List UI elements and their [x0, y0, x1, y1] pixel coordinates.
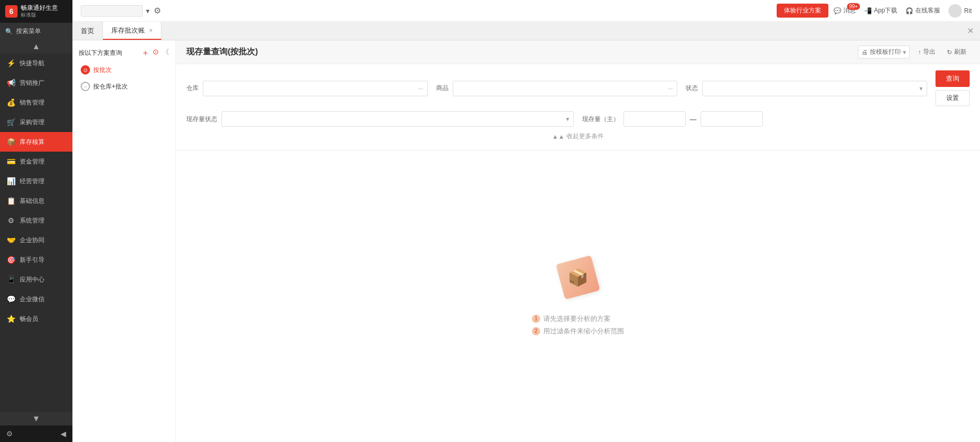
filter-settings-button[interactable]: ⊙ [153, 48, 159, 58]
inventory-qty-label: 现存量（主） [582, 115, 619, 124]
sidebar-item-wechat[interactable]: 💬 企业微信 [0, 289, 72, 309]
tip-text-1: 请先选择要分析的方案 [543, 314, 611, 323]
sidebar-item-label: 经营管理 [20, 177, 44, 186]
sidebar-item-label: 采购管理 [20, 118, 44, 127]
app-download-label: App下载 [874, 6, 897, 15]
topbar-input-area: ▾ ⚙ [81, 5, 771, 17]
sidebar-item-label: 畅会员 [20, 315, 38, 323]
status-dropdown[interactable]: ▾ [702, 81, 927, 96]
sidebar-item-finance[interactable]: 💳 资金管理 [0, 152, 72, 171]
tip-text-2: 用过滤条件来缩小分析范围 [543, 327, 624, 336]
app-download-icon: 📲 [864, 7, 872, 14]
system-icon: ⚙ [6, 216, 16, 225]
sidebar-item-marketing[interactable]: 📢 营销推广 [0, 73, 72, 93]
tip-item-2: 2 用过滤条件来缩小分析范围 [532, 327, 624, 336]
trial-button[interactable]: 体验行业方案 [777, 4, 828, 18]
settings-button[interactable]: 设置 [936, 90, 970, 106]
sidebar-nav: ⚡ 快捷导航 📢 营销推广 💰 销售管理 🛒 采购管理 📦 库存核算 💳 资金管… [0, 53, 72, 412]
filter-add-button[interactable]: ＋ [141, 48, 150, 58]
tab-inventory-label: 库存批次账 [111, 26, 145, 35]
sidebar-item-sales[interactable]: 💰 销售管理 [0, 93, 72, 112]
search-area: 仓库 ··· 商品 ··· 状态 [176, 64, 980, 151]
filter-batch-icon: ⊙ [81, 65, 90, 75]
tab-close-icon[interactable]: × [149, 27, 153, 34]
sidebar-item-operations[interactable]: 📊 经营管理 [0, 171, 72, 191]
export-icon: ↑ [918, 49, 921, 56]
close-panel-button[interactable]: ✕ [961, 26, 980, 36]
sidebar-item-member[interactable]: ⭐ 畅会员 [0, 309, 72, 329]
tip-item-1: 1 请先选择要分析的方案 [532, 314, 624, 323]
product-input[interactable]: ··· [453, 81, 678, 96]
export-button[interactable]: ↑ 导出 [915, 46, 939, 58]
warehouse-more-icon[interactable]: ··· [418, 85, 423, 92]
scroll-up-button[interactable]: ▲ [0, 40, 72, 53]
app-download-item[interactable]: 📲 App下载 [864, 6, 897, 15]
empty-box-shape [556, 255, 600, 300]
tab-home[interactable]: 首页 [72, 22, 103, 40]
topbar-search-input[interactable] [81, 5, 143, 17]
sidebar-item-newbie[interactable]: 🎯 新手引导 [0, 250, 72, 270]
user-item[interactable]: Rit [948, 4, 972, 18]
print-dropdown-icon[interactable]: ▾ [903, 49, 906, 56]
filter-actions: ＋ ⊙ 《 [141, 48, 169, 58]
basic-icon: 📋 [6, 196, 16, 205]
filter-header-label: 按以下方案查询 [79, 49, 122, 57]
inventory-status-arrow: ▾ [566, 115, 569, 123]
sidebar-item-label: 企业协同 [20, 236, 44, 245]
sidebar-item-label: 资金管理 [20, 157, 44, 166]
user-avatar [948, 4, 962, 18]
filter-item-by-batch[interactable]: ⊙ 按批次 [72, 62, 175, 78]
sidebar-item-purchase[interactable]: 🛒 采购管理 [0, 112, 72, 132]
sidebar-item-label: 企业微信 [20, 295, 44, 304]
search-menu-item[interactable]: 🔍 搜索菜单 [0, 23, 72, 40]
sidebar-item-label: 营销推广 [20, 79, 44, 87]
topbar-gear-button[interactable]: ⚙ [153, 5, 162, 17]
collapse-sidebar-icon[interactable]: ◀ [61, 430, 66, 438]
search-row-2: 现存量状态 ▾ 现存量（主） — [186, 111, 970, 127]
filter-panel-header: 按以下方案查询 ＋ ⊙ 《 [72, 45, 175, 62]
scroll-down-button[interactable]: ▼ [0, 412, 72, 425]
search-row-1: 仓库 ··· 商品 ··· 状态 [186, 70, 970, 106]
product-more-icon[interactable]: ··· [667, 85, 673, 92]
sidebar-item-label: 应用中心 [20, 275, 44, 284]
filter-warehouse-batch-label: 按仓库+批次 [93, 82, 128, 91]
company-name: 畅康通好生意 [21, 4, 58, 11]
app-logo: 6 [5, 5, 18, 18]
sidebar-item-system[interactable]: ⚙ 系统管理 [0, 211, 72, 230]
tab-inventory-batch[interactable]: 库存批次账 × [103, 22, 161, 40]
sidebar-item-quick-nav[interactable]: ⚡ 快捷导航 [0, 53, 72, 73]
inventory-status-field: 现存量状态 ▾ [186, 111, 574, 127]
quick-nav-icon: ⚡ [6, 58, 16, 68]
sidebar-item-label: 销售管理 [20, 98, 44, 107]
page-header: 现存量查询(按批次) 🖨 按模板打印 ▾ ↑ 导出 ↻ 刷新 [176, 40, 980, 64]
refresh-button[interactable]: ↻ 刷新 [944, 46, 970, 58]
settings-icon[interactable]: ⚙ [6, 430, 13, 438]
message-badge: 99+ [847, 3, 860, 10]
sidebar-item-enterprise[interactable]: 🤝 企业协同 [0, 230, 72, 250]
inventory-status-select[interactable]: ▾ [221, 111, 574, 127]
member-icon: ⭐ [6, 314, 16, 323]
warehouse-input[interactable]: ··· [203, 81, 428, 96]
content-area: 按以下方案查询 ＋ ⊙ 《 ⊙ 按批次 ○ 按仓库+批次 现存量查询(按批次) [72, 40, 980, 442]
sidebar-item-app-center[interactable]: 📱 应用中心 [0, 270, 72, 289]
sidebar-item-inventory[interactable]: 📦 库存核算 [0, 132, 72, 152]
inventory-qty-from[interactable] [623, 111, 686, 127]
inventory-qty-to[interactable] [701, 111, 763, 127]
print-button[interactable]: 🖨 按模板打印 ▾ [858, 46, 910, 58]
collapse-label: 收起更多条件 [567, 132, 604, 141]
collapse-bar[interactable]: ▲▲ 收起更多条件 [186, 129, 970, 144]
filter-item-by-warehouse-batch[interactable]: ○ 按仓库+批次 [72, 78, 175, 95]
message-item[interactable]: 💬 消息 99+ [834, 6, 856, 15]
sidebar-footer: ⚙ ◀ [0, 425, 72, 442]
query-button[interactable]: 查询 [936, 70, 970, 87]
sidebar-item-basic[interactable]: 📋 基础信息 [0, 191, 72, 211]
empty-tips: 1 请先选择要分析的方案 2 用过滤条件来缩小分析范围 [532, 314, 624, 339]
topbar-dropdown-button[interactable]: ▾ [145, 6, 151, 16]
topbar-right: 💬 消息 99+ 📲 App下载 🎧 在线客服 Rit [834, 4, 972, 18]
online-service-item[interactable]: 🎧 在线客服 [905, 6, 940, 15]
product-label: 商品 [436, 84, 449, 93]
enterprise-icon: 🤝 [6, 235, 16, 245]
purchase-icon: 🛒 [6, 117, 16, 127]
sales-icon: 💰 [6, 98, 16, 107]
filter-collapse-button[interactable]: 《 [162, 48, 169, 58]
